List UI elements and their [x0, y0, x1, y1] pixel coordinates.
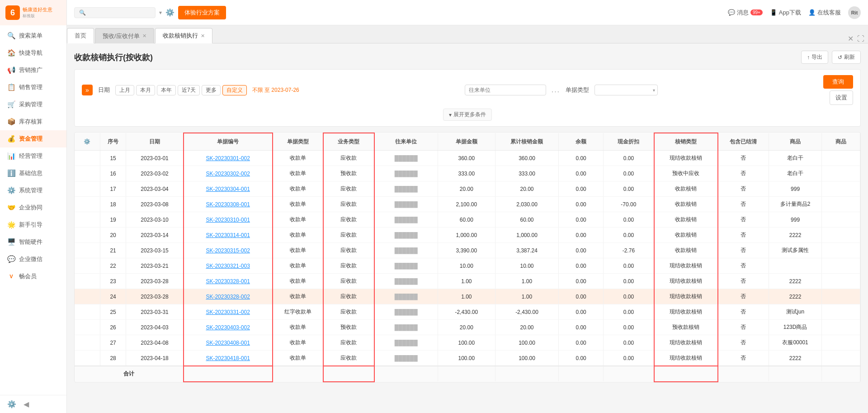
sidebar-item-inventory[interactable]: 📦 库存核算 [0, 113, 66, 130]
row-goods: 老白干 [769, 151, 822, 166]
row-total-offset: 60.00 [495, 212, 559, 228]
row-settings [75, 320, 100, 335]
doc-no-link[interactable]: SK-20230310-001 [206, 217, 250, 223]
row-total-offset: 1,000.00 [495, 228, 559, 243]
sidebar-item-sales[interactable]: 📋 销售管理 [0, 79, 66, 96]
doc-no-link[interactable]: SK-20230304-001 [206, 186, 250, 192]
sidebar-item-member[interactable]: V 畅会员 [0, 268, 66, 285]
sidebar-item-operations[interactable]: 📊 经营管理 [0, 147, 66, 165]
doc-no-link[interactable]: SK-20230314-001 [206, 232, 250, 238]
row-cash-discount: -2.76 [603, 243, 654, 258]
sidebar-item-purchase[interactable]: 🛒 采购管理 [0, 96, 66, 113]
row-partner: ██████ [374, 151, 438, 166]
sidebar-item-quick-nav[interactable]: 🏠 快捷导航 [0, 44, 66, 62]
doc-no-link[interactable]: SK-20230301-002 [206, 155, 250, 161]
total-offset-type [654, 366, 718, 382]
row-doc-amount: 100.00 [438, 335, 495, 351]
doc-no-link[interactable]: SK-20230321-003 [206, 263, 250, 269]
row-doc-no: SK-20230331-002 [184, 304, 273, 320]
row-balance: 0.00 [559, 274, 604, 289]
row-doc-amount: 100.00 [438, 351, 495, 366]
sidebar-item-marketing[interactable]: 📢 营销推广 [0, 62, 66, 79]
tab-receivable-close-icon[interactable]: ✕ [142, 33, 146, 39]
custom-date-button[interactable]: 自定义 [222, 85, 247, 95]
export-button[interactable]: ↑ 导出 [801, 51, 828, 64]
data-table-container: ⚙️ 序号 日期 单据编号 单据类型 业务类型 往来单位 单据金额 累计核销金额… [74, 132, 861, 383]
doc-no-link[interactable]: SK-20230331-002 [206, 309, 250, 315]
row-partner: ██████ [374, 258, 438, 274]
sidebar-item-basic[interactable]: ℹ️ 基础信息 [0, 165, 66, 182]
doc-type-select[interactable] [594, 85, 658, 95]
app-download-button[interactable]: 📱 App下载 [770, 9, 801, 17]
table-row: 15 2023-03-01 SK-20230301-002 收款单 应收款 ██… [75, 151, 860, 166]
gear-icon[interactable]: ⚙️ [165, 8, 175, 17]
partner-input[interactable] [465, 85, 546, 95]
row-cash-discount: 0.00 [603, 320, 654, 335]
sidebar-item-search[interactable]: 🔍 搜索菜单 [0, 27, 66, 44]
row-total-offset: 1.00 [495, 274, 559, 289]
header-search-box[interactable]: 🔍 [74, 7, 156, 18]
row-biz-type: 应收款 [323, 335, 374, 351]
sidebar-item-hardware[interactable]: 🖥️ 智能硬件 [0, 233, 66, 251]
sidebar-item-enterprise[interactable]: 🤝 企业协同 [0, 199, 66, 216]
row-biz-type: 应收款 [323, 212, 374, 228]
doc-no-link[interactable]: SK-20230328-002 [206, 294, 250, 300]
close-all-tabs-icon[interactable]: ✕ [848, 34, 854, 43]
row-partner: ██████ [374, 243, 438, 258]
row-offset-type: 收款核销 [654, 197, 718, 212]
doc-no-link[interactable]: SK-20230308-001 [206, 201, 250, 208]
doc-no-link[interactable]: SK-20230418-001 [206, 355, 250, 361]
sidebar-item-finance[interactable]: 💰 资金管理 [0, 130, 66, 147]
sidebar-item-wechat[interactable]: 💬 企业微信 [0, 251, 66, 268]
doc-no-link[interactable]: SK-20230408-001 [206, 340, 250, 346]
this-year-button[interactable]: 本年 [157, 85, 176, 95]
row-balance: 0.00 [559, 181, 604, 197]
sidebar-item-guide[interactable]: 🌟 新手引导 [0, 216, 66, 233]
more-button[interactable]: 更多 [202, 85, 221, 95]
doc-no-link[interactable]: SK-20230302-002 [206, 171, 250, 177]
sidebar-item-label: 搜索菜单 [19, 32, 42, 40]
total-doc-type [273, 366, 324, 382]
basic-icon: ℹ️ [7, 169, 15, 177]
row-doc-amount: 3,390.00 [438, 243, 495, 258]
app-download-label: App下载 [779, 9, 801, 17]
row-doc-type: 收款单 [273, 181, 324, 197]
last-7days-button[interactable]: 近7天 [178, 85, 200, 95]
industry-solution-button[interactable]: 体验行业方案 [178, 6, 226, 19]
row-num: 16 [100, 166, 126, 181]
row-doc-amount: 20.00 [438, 181, 495, 197]
row-num: 25 [100, 304, 126, 320]
row-offset-type: 现结收款核销 [654, 258, 718, 274]
last-month-button[interactable]: 上月 [115, 85, 134, 95]
collapse-icon[interactable]: ◀ [24, 400, 29, 408]
tab-home[interactable]: 首页 [67, 28, 94, 43]
online-service-button[interactable]: 👤 在线客服 [808, 9, 841, 17]
settings-col-header[interactable]: ⚙️ [75, 133, 100, 151]
refresh-button[interactable]: ↺ 刷新 [832, 51, 861, 64]
row-total-offset: 100.00 [495, 351, 559, 366]
tab-receivable[interactable]: 预收/应收付单 ✕ [95, 28, 154, 43]
this-month-button[interactable]: 本月 [136, 85, 155, 95]
doc-no-link[interactable]: SK-20230328-001 [206, 278, 250, 285]
top-header: 🔍 ▾ ⚙️ 体验行业方案 💬 消息 99+ 📱 App下载 👤 在线客服 Ri… [67, 0, 868, 25]
tab-offset[interactable]: 收款核销执行 ✕ [155, 28, 212, 43]
expand-more-button[interactable]: ▾ 展开更多条件 [443, 109, 492, 121]
filter-toggle-button[interactable]: » [82, 85, 93, 95]
tab-offset-close-icon[interactable]: ✕ [201, 33, 205, 39]
row-cash-discount: 0.00 [603, 166, 654, 181]
doc-type-col-header: 单据类型 [273, 133, 324, 151]
doc-no-link[interactable]: SK-20230403-002 [206, 324, 250, 331]
row-include-settled: 否 [718, 243, 769, 258]
sidebar-item-system[interactable]: ⚙️ 系统管理 [0, 182, 66, 199]
settings-bottom-icon[interactable]: ⚙️ [7, 400, 16, 408]
query-button[interactable]: 查询 [823, 75, 853, 89]
row-goods: 2222 [769, 228, 822, 243]
setting-button[interactable]: 设置 [830, 90, 853, 105]
doc-no-link[interactable]: SK-20230315-002 [206, 247, 250, 254]
fullscreen-icon[interactable]: ⛶ [857, 35, 864, 43]
user-avatar[interactable]: Rit [848, 6, 861, 19]
logo-sub: 标推版 [23, 13, 52, 19]
row-cash-discount: -70.00 [603, 197, 654, 212]
date-filter-label: 日期 [98, 86, 110, 94]
message-button[interactable]: 💬 消息 99+ [728, 9, 763, 17]
